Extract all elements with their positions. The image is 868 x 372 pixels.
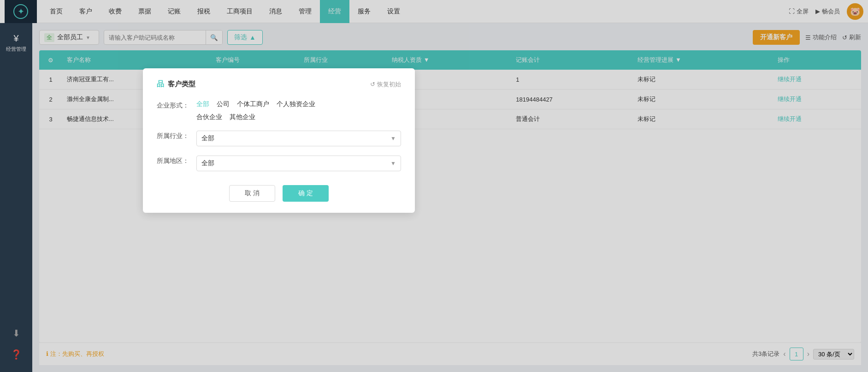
region-select[interactable]: 全部 ▼ [196, 156, 401, 171]
filter-modal: 品 客户类型 ↺ 恢复初始 企业形式： 全部 公司 个体工商户 个人独资企业 合… [143, 68, 415, 213]
etype-individual[interactable]: 个体工商户 [237, 100, 269, 108]
etype-company[interactable]: 公司 [217, 100, 230, 108]
etype-all[interactable]: 全部 [196, 100, 209, 108]
reset-icon: ↺ [370, 81, 375, 88]
etype-partnership[interactable]: 合伙企业 [196, 113, 222, 121]
modal-title-icon: 品 [157, 79, 164, 89]
region-label: 所属地区： [157, 156, 189, 165]
enterprise-types-row2: 合伙企业 其他企业 [196, 113, 401, 121]
industry-field: 全部 ▼ [196, 131, 401, 146]
reset-label: 恢复初始 [377, 80, 401, 89]
modal-footer: 取 消 确 定 [157, 185, 401, 202]
confirm-button[interactable]: 确 定 [283, 185, 329, 202]
industry-select[interactable]: 全部 ▼ [196, 131, 401, 146]
region-field: 全部 ▼ [196, 156, 401, 171]
enterprise-form-label: 企业形式： [157, 100, 189, 110]
industry-row: 所属行业： 全部 ▼ [157, 131, 401, 146]
etype-other[interactable]: 其他企业 [230, 113, 255, 121]
region-chevron-icon: ▼ [390, 160, 396, 167]
modal-header: 品 客户类型 ↺ 恢复初始 [157, 79, 401, 89]
modal-overlay: 品 客户类型 ↺ 恢复初始 企业形式： 全部 公司 个体工商户 个人独资企业 合… [0, 0, 868, 372]
cancel-button[interactable]: 取 消 [229, 185, 275, 202]
enterprise-types-field: 全部 公司 个体工商户 个人独资企业 合伙企业 其他企业 [196, 100, 401, 121]
industry-value: 全部 [201, 134, 214, 143]
region-row: 所属地区： 全部 ▼ [157, 156, 401, 171]
enterprise-form-row: 企业形式： 全部 公司 个体工商户 个人独资企业 合伙企业 其他企业 [157, 100, 401, 121]
reset-button[interactable]: ↺ 恢复初始 [370, 80, 401, 89]
etype-sole[interactable]: 个人独资企业 [277, 100, 315, 108]
industry-chevron-icon: ▼ [390, 135, 396, 142]
modal-title: 品 客户类型 [157, 79, 195, 89]
industry-label: 所属行业： [157, 131, 189, 140]
region-value: 全部 [201, 159, 214, 168]
enterprise-types: 全部 公司 个体工商户 个人独资企业 [196, 100, 401, 108]
modal-title-text: 客户类型 [168, 80, 195, 89]
